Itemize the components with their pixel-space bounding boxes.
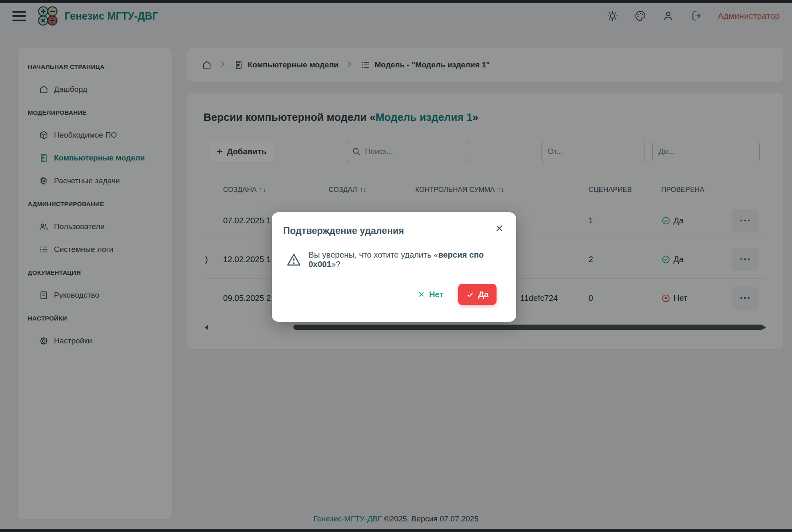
delete-confirmation-dialog: Подтверждение удаления Вы уверены, что х… bbox=[272, 212, 516, 322]
dialog-title: Подтверждение удаления bbox=[283, 225, 404, 236]
dialog-message: Вы уверены, что хотите удалить «версия с… bbox=[309, 250, 501, 269]
warning-icon bbox=[286, 253, 301, 266]
check-icon bbox=[466, 290, 474, 299]
cancel-button[interactable]: Нет bbox=[415, 289, 446, 300]
close-icon[interactable] bbox=[494, 223, 505, 234]
x-icon bbox=[417, 290, 425, 298]
confirm-delete-button[interactable]: Да bbox=[458, 284, 497, 305]
